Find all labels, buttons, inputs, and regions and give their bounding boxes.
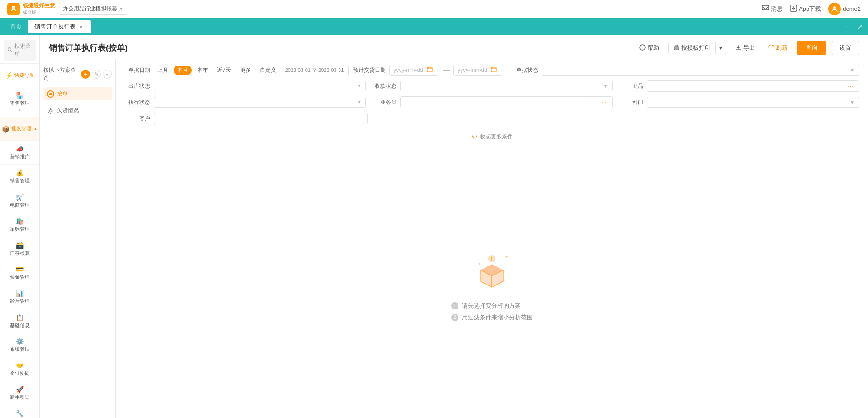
panel-header-actions: + ✎ « — [81, 70, 112, 79]
sidebar-item-finance[interactable]: 💳 资金管理 — [0, 261, 39, 285]
right-content: 单据日期 上月 本月 本年 近7天 更多 自定义 2023-03-01 至 20… — [116, 59, 868, 418]
page-title: 销售订单执行表(按单) — [49, 43, 127, 53]
scheme-item-debt[interactable]: 欠货情况 — [43, 104, 112, 117]
chevron-down-icon-dept: ▼ — [849, 99, 855, 105]
goods-input[interactable]: ··· — [647, 80, 859, 92]
chevron-down-icon-exec: ▼ — [356, 99, 362, 105]
customer-input[interactable]: ··· — [154, 113, 368, 124]
doc-status-select[interactable]: ▼ — [542, 65, 859, 76]
tab-home[interactable]: 首页 — [4, 20, 28, 33]
date-this-year-btn[interactable]: 本年 — [193, 66, 212, 75]
wholesale-icon: 📦 — [2, 125, 9, 133]
user-action[interactable]: demo2 — [828, 3, 861, 15]
sidebar-item-sales[interactable]: 💰 销售管理 — [0, 165, 39, 189]
edit-scheme-button[interactable]: ✎ — [92, 70, 101, 79]
sidebar-item-basic[interactable]: 📋 基础信息 — [0, 309, 39, 333]
empty-step-1: 1 请先选择要分析的方案 — [451, 302, 533, 310]
settings-button[interactable]: 设置 — [832, 41, 859, 55]
sidebar-item-inventory[interactable]: 🗃️ 库存核算 — [0, 237, 39, 261]
sidebar-item-marketing[interactable]: 📣 营销推广 — [0, 141, 39, 165]
system-icon: ⚙️ — [16, 338, 24, 345]
date-this-month-btn[interactable]: 本月 — [174, 66, 192, 75]
sidebar-item-wholesale[interactable]: 📦 批发管理 ▲ — [0, 117, 39, 141]
date-more-btn[interactable]: 更多 — [236, 66, 255, 75]
sidebar-item-quick-nav[interactable]: ⚡ 快捷导航 — [0, 64, 39, 87]
svg-text:✦: ✦ — [505, 254, 509, 260]
date-filter-field: 单据日期 上月 本月 本年 近7天 更多 自定义 2023-03-01 至 20… — [125, 66, 344, 75]
salesperson-field: 业务员 ··· — [371, 96, 612, 108]
tab-sales-order[interactable]: 销售订单执行表 × — [28, 20, 91, 33]
query-button[interactable]: 查询 — [797, 41, 826, 55]
scheme-item-press[interactable]: 按单 — [43, 87, 112, 100]
date-quick-buttons: 上月 本月 本年 近7天 更多 自定义 — [154, 66, 280, 75]
search-icon — [7, 47, 13, 54]
collapse-icon: « — [106, 71, 108, 77]
tab-close-icon[interactable]: × — [78, 24, 85, 30]
doc-status-field: 单据状态 ▼ — [513, 65, 859, 76]
svg-point-10 — [50, 109, 52, 112]
content-area: 销售订单执行表(按单) ? 帮助 — [40, 35, 868, 418]
divider-2 — [508, 66, 508, 75]
receipt-status-select[interactable]: ▼ — [400, 81, 612, 91]
tab-minimize-icon[interactable]: － — [840, 20, 851, 33]
dept-select[interactable]: ▼ — [647, 97, 859, 108]
sidebar-item-ecommerce[interactable]: 🛒 电商管理 — [0, 189, 39, 213]
download-icon — [790, 5, 797, 13]
svg-text:?: ? — [642, 46, 644, 50]
batch-print-button[interactable]: 按模板打印 ▼ — [668, 42, 726, 54]
expected-date-end[interactable]: yyyy-mm-dd — [453, 65, 503, 76]
empty-state: ! ✦ ✦ 1 请先选择要分析的方案 2 用过滤条件来 — [116, 148, 868, 418]
quick-nav-icon: ⚡ — [5, 72, 13, 79]
dots-icon-salesperson: ··· — [599, 99, 609, 106]
refresh-button[interactable]: 刷新 — [764, 42, 791, 54]
chevron-down-icon: ▼ — [119, 6, 123, 11]
newbie-icon: 🚀 — [16, 386, 24, 393]
svg-rect-8 — [675, 48, 678, 49]
date-7days-btn[interactable]: 近7天 — [213, 66, 235, 75]
sidebar-item-system[interactable]: ⚙️ 系统管理 — [0, 333, 39, 357]
date-prev-month-btn[interactable]: 上月 — [154, 66, 172, 75]
content-wrapper: 按以下方案查询 + ✎ « — [40, 59, 868, 418]
edit-icon: ✎ — [94, 71, 99, 77]
panel-header: 按以下方案查询 + ✎ « — [43, 65, 112, 84]
shipping-status-select[interactable]: ▼ — [154, 81, 366, 91]
logo-area: 畅捷通好生意 标准版 — [7, 2, 55, 15]
empty-step-2: 2 用过滤条件来缩小分析范围 — [451, 314, 533, 322]
message-action[interactable]: 消息 — [762, 5, 783, 13]
svg-point-0 — [12, 6, 15, 10]
tab-maximize-icon[interactable]: ⤢ — [855, 21, 864, 33]
add-scheme-button[interactable]: + — [81, 70, 90, 79]
execution-status-field: 执行状态 ▼ — [125, 97, 366, 108]
expected-date-start[interactable]: yyyy-mm-dd — [389, 65, 439, 76]
chevron-down-icon-receipt: ▼ — [603, 83, 609, 89]
date-custom-btn[interactable]: 自定义 — [256, 66, 280, 75]
dots-icon-goods: ··· — [846, 82, 855, 90]
app-download-action[interactable]: App下载 — [790, 5, 821, 13]
tab-bar-actions: － ⤢ — [840, 20, 864, 33]
sidebar-item-purchase[interactable]: 🛍️ 采购管理 — [0, 213, 39, 237]
basic-icon: 📋 — [16, 314, 24, 321]
empty-text-container: 1 请先选择要分析的方案 2 用过滤条件来缩小分析范围 — [451, 302, 533, 322]
collapse-filter-button[interactable]: ∧∧ 收起更多条件 — [125, 131, 859, 142]
sidebar-item-newbie[interactable]: 🚀 新手引导 — [0, 381, 39, 405]
sidebar-item-operations[interactable]: 📊 经营管理 — [0, 285, 39, 309]
filter-section-inner: 单据日期 上月 本月 本年 近7天 更多 自定义 2023-03-01 至 20… — [125, 65, 859, 142]
appstore-icon: 🔧 — [16, 410, 24, 417]
execution-status-select[interactable]: ▼ — [154, 97, 366, 108]
batch-print-arrow-icon[interactable]: ▼ — [716, 44, 726, 52]
sidebar-item-enterprise[interactable]: 🤝 企业协同 — [0, 357, 39, 381]
help-button[interactable]: ? 帮助 — [636, 42, 663, 54]
salesperson-input[interactable]: ··· — [400, 96, 612, 108]
dept-field: 部门 ▼ — [618, 97, 859, 108]
scheme-gear-icon — [47, 107, 54, 114]
logo-icon — [7, 3, 20, 15]
sidebar-item-retail[interactable]: 🏪 零售管理 ▼ — [0, 87, 39, 117]
export-button[interactable]: 导出 — [731, 42, 759, 54]
sidebar-item-appstore[interactable]: 🔧 应用中心 — [0, 405, 39, 418]
company-selector[interactable]: 办公用品行业模拟账套 ▼ — [59, 3, 127, 15]
collapse-panel-button[interactable]: « — [103, 70, 112, 79]
divider-1 — [348, 66, 349, 75]
svg-point-11 — [48, 108, 53, 113]
search-menu-button[interactable]: 搜索菜单 — [4, 40, 36, 61]
avatar — [828, 3, 841, 15]
